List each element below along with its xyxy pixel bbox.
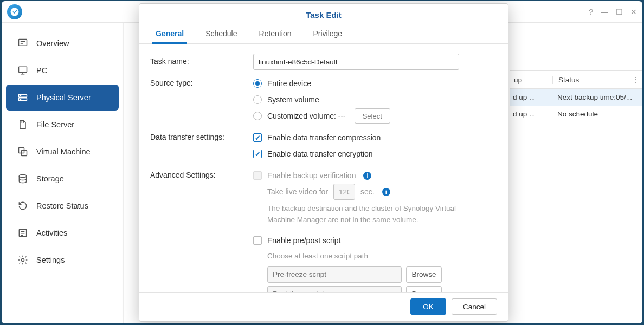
pc-icon [17, 64, 29, 76]
tab-retention[interactable]: Retention [258, 25, 293, 43]
checkbox-label: Enable backup verification [267, 171, 356, 180]
column-header-more[interactable]: ⋮ [628, 75, 642, 84]
ok-button[interactable]: OK [410, 298, 446, 315]
checkbox-icon [253, 171, 262, 180]
video-input [333, 184, 355, 200]
maximize-icon[interactable]: ☐ [616, 8, 623, 16]
label-advanced: Advanced Settings: [150, 167, 253, 292]
task-edit-modal: Task Edit General Schedule Retention Pri… [139, 3, 508, 322]
sidebar: Overview PC Physical Server File Server … [2, 23, 124, 323]
minimize-icon[interactable]: — [601, 8, 608, 16]
settings-icon [17, 254, 29, 266]
tab-privilege[interactable]: Privilege [312, 25, 343, 43]
video-prefix: Take live video for [267, 187, 328, 196]
checkbox-icon [253, 133, 262, 142]
close-icon[interactable]: ✕ [630, 8, 637, 16]
sidebar-item-label: Storage [36, 174, 64, 183]
sidebar-item-file-server[interactable]: File Server [6, 112, 119, 138]
checkbox-label: Enable data transfer encryption [267, 150, 373, 158]
sidebar-item-label: Overview [36, 39, 69, 48]
checkbox-prepost[interactable]: Enable pre/post script [253, 232, 497, 249]
volume-hint: The backup destination and the cluster o… [253, 203, 470, 226]
label-task-name: Task name: [150, 54, 253, 70]
browse-pre-button[interactable]: Browse [406, 266, 442, 283]
table-row[interactable]: d up ... Next backup time:05/... [510, 89, 642, 106]
cell-up: d up ... [510, 110, 552, 118]
window-controls: ? — ☐ ✕ [589, 8, 637, 16]
tab-schedule[interactable]: Schedule [204, 25, 238, 43]
script-hint: Choose at least one script path [253, 251, 470, 262]
sidebar-item-pc[interactable]: PC [6, 57, 119, 83]
radio-icon [253, 79, 262, 88]
sidebar-item-label: Physical Server [36, 93, 91, 102]
label-source-type: Source type: [150, 75, 253, 124]
checkbox-verify: Enable backup verification i [253, 167, 497, 184]
sidebar-item-vm[interactable]: Virtual Machine [6, 139, 119, 165]
checkbox-compression[interactable]: Enable data transfer compression [253, 129, 497, 146]
radio-label: Customized volume: --- [267, 112, 346, 120]
overview-icon [17, 37, 29, 49]
modal-body: Task name: Source type: Entire device Sy… [139, 44, 508, 292]
tab-general[interactable]: General [154, 25, 185, 43]
sidebar-item-label: Virtual Machine [36, 147, 91, 156]
sidebar-item-label: PC [36, 66, 47, 75]
sidebar-item-physical-server[interactable]: Physical Server [6, 84, 119, 110]
checkbox-label: Enable pre/post script [267, 236, 340, 245]
sidebar-item-storage[interactable]: Storage [6, 166, 119, 192]
radio-system-volume[interactable]: System volume [253, 92, 497, 108]
column-header-status[interactable]: Status [553, 76, 628, 84]
radio-icon [253, 95, 262, 104]
file-server-icon [17, 119, 29, 131]
svg-point-8 [19, 175, 26, 178]
task-name-input[interactable] [253, 54, 459, 70]
browse-post-button[interactable]: Browse [406, 286, 442, 292]
video-suffix: sec. [360, 187, 375, 196]
modal-footer: OK Cancel [139, 292, 508, 321]
svg-rect-0 [19, 40, 27, 46]
column-header-up[interactable]: up [510, 76, 553, 84]
radio-label: System volume [267, 95, 319, 104]
storage-icon [17, 173, 29, 185]
sidebar-item-restore[interactable]: Restore Status [6, 193, 119, 219]
cell-up: d up ... [510, 93, 552, 101]
cancel-button[interactable]: Cancel [452, 298, 497, 315]
table-row[interactable]: d up ... No schedule [510, 106, 642, 122]
sidebar-item-label: File Server [36, 120, 74, 129]
sidebar-item-label: Settings [36, 256, 65, 264]
radio-icon [253, 112, 262, 120]
help-icon[interactable]: ? [589, 8, 593, 16]
modal-title: Task Edit [139, 4, 508, 25]
checkbox-encryption[interactable]: Enable data transfer encryption [253, 146, 497, 162]
label-dts: Data transfer settings: [150, 129, 253, 162]
checkbox-icon [253, 236, 262, 245]
vm-icon [17, 146, 29, 158]
svg-point-10 [22, 259, 24, 262]
live-video-row: Take live video for sec. i [253, 184, 497, 200]
restore-icon [17, 200, 29, 212]
sidebar-item-settings[interactable]: Settings [6, 247, 119, 273]
sidebar-item-label: Restore Status [36, 202, 88, 210]
radio-entire-device[interactable]: Entire device [253, 75, 497, 92]
physical-server-icon [17, 92, 29, 103]
svg-point-5 [20, 99, 21, 100]
modal-tabs: General Schedule Retention Privilege [139, 25, 508, 44]
cell-status: No schedule [552, 110, 642, 118]
checkbox-icon [253, 150, 262, 158]
pre-freeze-input [267, 266, 402, 283]
svg-point-4 [20, 95, 21, 96]
sidebar-item-overview[interactable]: Overview [6, 30, 119, 56]
sidebar-item-activities[interactable]: Activities [6, 220, 119, 246]
activities-icon [17, 227, 29, 239]
checkbox-label: Enable data transfer compression [267, 133, 381, 142]
post-thaw-input [267, 286, 402, 292]
info-icon[interactable]: i [363, 172, 371, 180]
app-logo-icon [7, 4, 22, 20]
radio-label: Entire device [267, 79, 311, 88]
select-volume-button[interactable]: Select [355, 108, 390, 123]
radio-customized-volume[interactable]: Customized volume: --- Select [253, 108, 497, 124]
sidebar-item-label: Activities [36, 229, 67, 237]
cell-status: Next backup time:05/... [552, 93, 642, 101]
table-header: up Status ⋮ [510, 70, 642, 89]
svg-rect-1 [19, 67, 27, 72]
info-icon[interactable]: i [382, 188, 390, 196]
